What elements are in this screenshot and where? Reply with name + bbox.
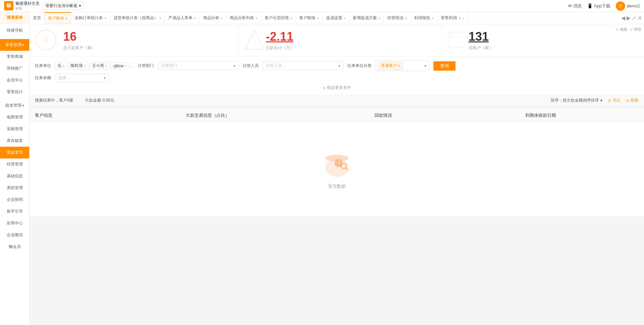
sidebar-item-quick-nav[interactable]: 快捷导航 <box>0 25 29 36</box>
sidebar-item-system[interactable]: 系统管理 <box>0 182 29 194</box>
filter-tags: 伍 × 陈民强 × 王小亮 × cjttcw × <box>55 62 134 70</box>
collapse-btn[interactable]: ∧ 收起更多条件 <box>35 85 639 91</box>
download-icon: 📱 <box>587 3 593 8</box>
dept-select[interactable]: 分管部门 ▾ <box>158 62 239 70</box>
sidebar-item-operation[interactable]: 经营管理 <box>0 158 29 170</box>
close-icon[interactable]: × <box>159 16 161 20</box>
tab-operation[interactable]: 经营情况 × <box>384 12 411 24</box>
tab-customer-contact[interactable]: 客户联络 × <box>296 12 323 24</box>
sidebar-search[interactable]: 搜索菜单 <box>0 12 29 24</box>
balance-input[interactable]: 选择... ▾ <box>55 74 109 82</box>
col-debt-info: 欠款交易信息（占比） <box>186 112 375 118</box>
chevron-down-icon: ▾ <box>22 104 24 107</box>
tab-customer-tier[interactable]: 客户分层经营 × <box>261 12 296 24</box>
sidebar-item-vip[interactable]: 畅会员 <box>0 241 29 253</box>
sidebar-item-label: 批发管理 <box>5 103 22 108</box>
sidebar-item-newbie[interactable]: 新手引导 <box>0 206 29 217</box>
collapse-label: 收起更多条件 <box>327 85 351 91</box>
close-icon[interactable]: × <box>221 16 223 20</box>
sidebar-item-retail-stat[interactable]: 零售统计 <box>0 86 29 98</box>
person-filter-label: 分管人员 <box>243 63 259 69</box>
sidebar-item-app-center[interactable]: 应用中心 <box>0 217 29 229</box>
sidebar-item-finance[interactable]: 资金管理 <box>0 147 29 158</box>
export-button[interactable]: ⊙ 导出 <box>608 98 620 103</box>
tab-prev-icon[interactable]: ◀ <box>621 15 625 21</box>
sidebar-item-ecommerce[interactable]: 电商管理 <box>0 111 29 123</box>
close-icon[interactable]: × <box>290 16 292 20</box>
sidebar-item-retail-mgmt[interactable]: 零售管理 ▾ <box>0 39 29 51</box>
sidebar-item-member[interactable]: 会员中心 <box>0 74 29 86</box>
logo-area: 畅 畅捷通好生意 标版 <box>4 1 40 10</box>
close-icon[interactable]: × <box>104 16 106 20</box>
close-icon[interactable]: × <box>432 16 434 20</box>
tab-cost-in[interactable]: 产成品入库单 × <box>165 12 200 24</box>
filter-more-btn[interactable]: ... <box>130 64 134 68</box>
total-customers-label: 总客户（家） <box>469 45 636 51</box>
close-icon[interactable]: × <box>317 16 319 20</box>
sidebar-item-label: 新手引导 <box>7 209 23 214</box>
filter-tag-close-icon[interactable]: × <box>62 64 65 68</box>
close-icon[interactable]: × <box>462 16 464 20</box>
close-icon[interactable]: × <box>405 16 407 20</box>
tab-expand-icon[interactable]: ⤢ <box>632 15 636 21</box>
tab-new-raise-plan[interactable]: 新增提成方案 × <box>349 12 384 24</box>
tab-home[interactable]: 首页 <box>30 12 45 24</box>
sidebar-item-enterprise[interactable]: 企业协同 <box>0 194 29 206</box>
sidebar-item-wholesale[interactable]: 批发管理 ▾ <box>0 100 29 111</box>
stat-card-debt-customers: ¥ 16 总欠款客户（家） <box>30 24 239 56</box>
search-menu-label[interactable]: 搜索菜单 <box>2 15 27 21</box>
user-menu[interactable]: D demo2 <box>616 1 640 11</box>
sidebar-item-inventory[interactable]: 库存核算 <box>0 135 29 147</box>
debt-amount-bg-icon: ! <box>244 30 264 50</box>
store-selector[interactable]: 母婴行业演示帐套 ▾ <box>42 2 84 10</box>
total-customers-value: 131 <box>469 30 636 44</box>
filter-tag-close-icon[interactable]: × <box>84 64 86 68</box>
tab-raise-setting[interactable]: 提成设置 × <box>323 12 349 24</box>
sidebar-item-marketing[interactable]: 营销推广 <box>0 63 29 74</box>
username: demo2 <box>627 3 640 8</box>
tab-profit[interactable]: 利润报告 × <box>411 12 437 24</box>
close-icon[interactable]: × <box>255 16 257 20</box>
sidebar-item-basic-info[interactable]: 基础信息 <box>0 170 29 182</box>
person-select[interactable]: 分管人员 ... ▾ <box>263 62 343 70</box>
table-container: 客户信息 欠款交易信息（占比） 回款情况 到期未收款日期 <box>30 109 644 216</box>
tab-retail-profit[interactable]: 零售利润（ × <box>437 12 468 24</box>
query-button[interactable]: 查询 <box>433 61 456 71</box>
video-help-button[interactable]: ⊙ 视频 <box>616 27 627 32</box>
tab-label: 经营情况 <box>387 15 403 21</box>
close-icon[interactable]: × <box>66 16 68 21</box>
close-icon[interactable]: × <box>378 16 380 20</box>
filter-tag-close-icon[interactable]: × <box>124 64 126 68</box>
tab-label: 产成品入库单 <box>168 15 192 21</box>
tab-purchase-stat[interactable]: 进货单统计表（按商品） × <box>110 12 165 24</box>
svg-text:!: ! <box>254 39 256 46</box>
close-icon[interactable]: × <box>194 16 196 20</box>
sidebar-item-retail-mall[interactable]: 零售商城 <box>0 51 29 63</box>
filter-area: 往来单位 伍 × 陈民强 × 王小亮 × <box>30 57 644 95</box>
store-name: 母婴行业演示帐套 <box>45 3 78 9</box>
debt-amount-label: 欠款合计（万） <box>266 45 433 51</box>
sidebar-item-enterprise-wechat[interactable]: 企业微信 <box>0 229 29 241</box>
sidebar-item-purchase[interactable]: 采购管理 <box>0 123 29 135</box>
sidebar-items: 零售管理 ▾ 零售商城 营销推广 会员中心 零售统计 批发管理 ▾ 电商管理 <box>0 38 29 254</box>
tab-next-icon[interactable]: ▶ <box>627 15 631 21</box>
content-area: 首页 客户账本 × 采购订单统计表 × 进货单统计表（按商品） × 产成品入库单… <box>30 12 644 325</box>
table-empty-state: 暂无数据 <box>30 122 644 216</box>
app-download-button[interactable]: 📱 App下载 <box>587 3 610 9</box>
tab-close-all-icon[interactable]: ✕ <box>638 15 642 21</box>
tab-goods-analysis-list[interactable]: 商品分析列表 × <box>226 12 261 24</box>
results-bar: 搜索结果中，客户0家 欠款金额 0.00元 排序：按欠款金额倒序排序 ▾ ⊙ 导… <box>30 95 644 106</box>
refresh-button[interactable]: ⊙ 刷新 <box>626 98 639 103</box>
filter-tag-close-icon[interactable]: × <box>105 64 107 68</box>
help-button[interactable]: ⊙ 帮助 <box>630 27 641 32</box>
close-icon[interactable]: × <box>344 16 346 20</box>
sort-select[interactable]: 排序：按欠款金额倒序排序 ▾ <box>551 98 602 103</box>
sidebar-quick-nav[interactable]: 快捷导航 <box>0 24 29 38</box>
tab-customer-account[interactable]: 客户账本 × <box>45 12 71 24</box>
logo-text-area: 畅捷通好生意 标版 <box>15 1 40 10</box>
category-select[interactable]: 普通客户 × ▾ <box>376 61 429 71</box>
tab-purchase-order[interactable]: 采购订单统计表 × <box>71 12 110 24</box>
messages-button[interactable]: ✉ 消息 <box>568 3 582 9</box>
category-tag-close-icon[interactable]: × <box>398 64 400 68</box>
tab-goods-analysis[interactable]: 商品分析 × <box>200 12 226 24</box>
